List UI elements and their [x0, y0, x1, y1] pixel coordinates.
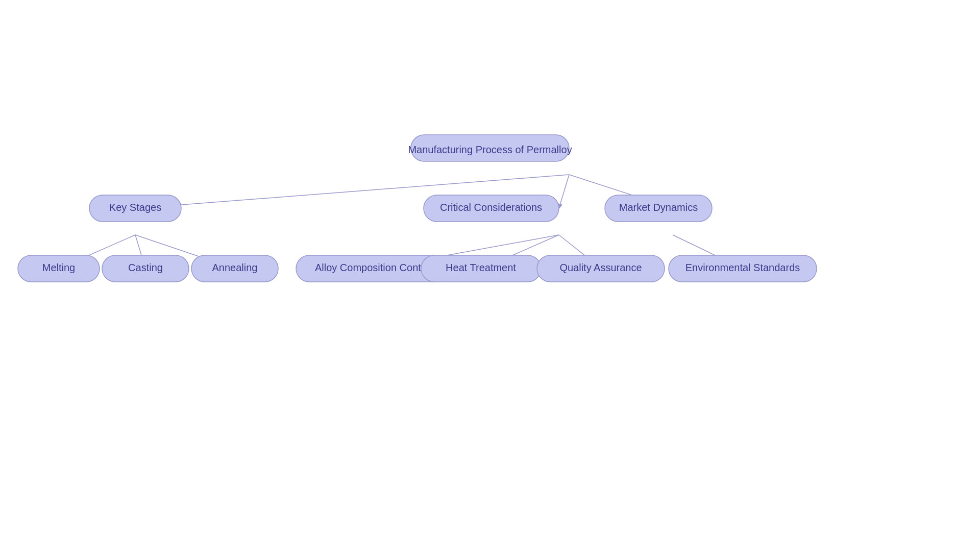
node-quality-assurance-label: Quality Assurance — [559, 262, 642, 273]
node-alloy-composition-label: Alloy Composition Control — [315, 262, 432, 273]
node-heat-treatment-label: Heat Treatment — [446, 262, 516, 273]
node-market-dynamics-label: Market Dynamics — [619, 202, 698, 213]
node-melting-label: Melting — [42, 262, 75, 273]
node-annealing-label: Annealing — [212, 262, 258, 273]
mind-map-diagram: Manufacturing Process of Permalloy Key S… — [0, 0, 980, 553]
node-casting-label: Casting — [128, 262, 163, 273]
node-key-stages-label: Key Stages — [109, 202, 161, 213]
node-critical-considerations-label: Critical Considerations — [440, 202, 542, 213]
node-root-label: Manufacturing Process of Permalloy — [408, 144, 572, 155]
node-environmental-standards-label: Environmental Standards — [685, 262, 800, 273]
edge-root-critical — [559, 175, 569, 208]
